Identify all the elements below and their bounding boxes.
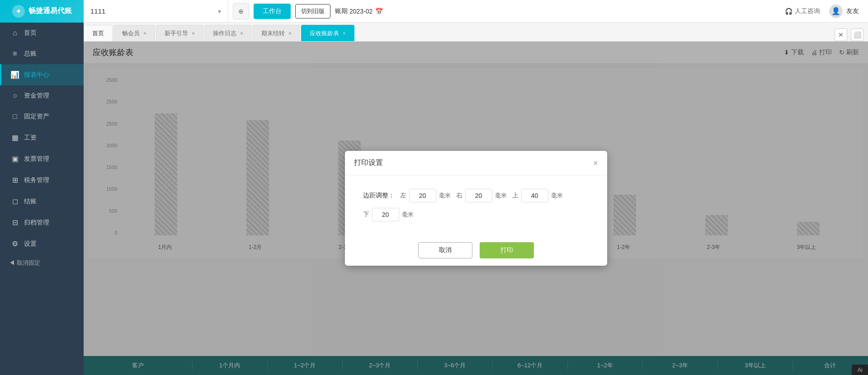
switch-version-button[interactable]: 切到旧版 <box>295 4 330 19</box>
dialog-header: 打印设置 × <box>345 151 607 175</box>
customer-service[interactable]: 🎧 人工咨询 <box>785 7 820 15</box>
customer-service-label: 人工咨询 <box>795 7 820 15</box>
tab-guide-label: 新手引导 <box>165 29 188 38</box>
dialog-overlay: 打印设置 × 边距调整： 左 毫米 右 <box>84 42 868 375</box>
period-label: 账期 <box>335 7 348 15</box>
sidebar-item-settings-label: 设置 <box>24 240 37 248</box>
invoice-icon: ▣ <box>10 155 19 163</box>
bottom-unit: 毫米 <box>402 211 414 219</box>
left-unit: 毫米 <box>439 192 451 200</box>
user-info[interactable]: 👤 友友 <box>829 5 859 18</box>
margin-row: 边距调整： 左 毫米 右 毫米 <box>363 189 589 221</box>
sidebar-item-tax-label: 税务管理 <box>24 176 49 184</box>
sidebar-item-reports-label: 报表中心 <box>24 71 49 79</box>
tab-member[interactable]: 畅会员 × <box>113 25 155 41</box>
tab-ar-aging[interactable]: 应收账龄表 × <box>301 25 354 41</box>
sidebar-item-invoice[interactable]: ▣ 发票管理 <box>0 148 84 169</box>
right-unit: 毫米 <box>495 192 507 200</box>
tab-guide-close[interactable]: × <box>192 30 195 37</box>
sidebar-item-ledger[interactable]: ≡ 总账 <box>0 43 84 64</box>
bottom-margin-input[interactable] <box>372 208 399 221</box>
sidebar-item-archive-label: 归档管理 <box>24 219 49 227</box>
tab-period-end[interactable]: 期末结转 × <box>253 25 300 41</box>
collapse-label: ◀ 取消固定 <box>9 259 40 267</box>
headset-icon: 🎧 <box>785 8 793 15</box>
company-dropdown-icon: ▾ <box>218 8 221 15</box>
page-content: 应收账龄表 ⬇ 下载 🖨 打印 ↻ 刷新 <box>84 42 868 375</box>
payroll-icon: ▦ <box>10 133 19 142</box>
sidebar-item-home[interactable]: ⌂ 首页 <box>0 23 84 43</box>
logo-icon: ✦ <box>12 5 25 18</box>
app-header: ✦ 畅捷通易代账 1111 ▾ ⊕ 工作台 切到旧版 账期 2023-02 📅 … <box>0 0 868 23</box>
left-label: 左 <box>400 192 406 200</box>
tab-oplog-label: 操作日志 <box>213 29 236 38</box>
period-calendar-icon[interactable]: 📅 <box>375 8 383 15</box>
assets-icon: □ <box>10 112 19 121</box>
sidebar-collapse[interactable]: ◀ 取消固定 <box>0 254 84 272</box>
tabs-bar: 首页 畅会员 × 新手引导 × 操作日志 × 期末结转 × 应收账龄表 × <box>84 23 868 42</box>
sidebar-item-tax[interactable]: ⊞ 税务管理 <box>0 169 84 191</box>
tax-icon: ⊞ <box>10 176 19 184</box>
tab-member-close[interactable]: × <box>143 30 146 37</box>
cancel-button[interactable]: 取消 <box>418 242 472 258</box>
tab-member-label: 畅会员 <box>122 29 140 38</box>
tab-period-end-close[interactable]: × <box>288 30 292 37</box>
sidebar-item-payroll[interactable]: ▦ 工资 <box>0 127 84 148</box>
home-icon: ⌂ <box>10 29 19 37</box>
tab-ar-aging-close[interactable]: × <box>343 30 346 37</box>
dialog-close-button[interactable]: × <box>593 159 598 167</box>
period-info: 账期 2023-02 📅 <box>335 7 383 15</box>
print-settings-dialog: 打印设置 × 边距调整： 左 毫米 右 <box>345 151 607 266</box>
sidebar-item-reports[interactable]: 📊 报表中心 <box>0 64 84 85</box>
logo-text: 畅捷通易代账 <box>28 6 72 16</box>
sidebar-item-close[interactable]: ◻ 结账 <box>0 191 84 212</box>
sidebar-item-fund[interactable]: ○ 资金管理 <box>0 85 84 106</box>
margin-right-group: 右 毫米 <box>456 189 507 202</box>
tab-period-end-label: 期末结转 <box>261 29 285 38</box>
header-right: 🎧 人工咨询 👤 友友 <box>785 5 868 18</box>
left-margin-input[interactable] <box>409 189 436 202</box>
top-margin-input[interactable] <box>521 189 548 202</box>
tab-maximize-button[interactable]: ⬜ <box>851 28 863 41</box>
tab-ar-aging-label: 应收账龄表 <box>310 29 339 38</box>
archive-icon: ⊟ <box>10 218 19 227</box>
tab-oplog-close[interactable]: × <box>240 30 243 37</box>
dialog-title: 打印设置 <box>354 158 383 168</box>
top-unit: 毫米 <box>551 192 563 200</box>
tab-oplog[interactable]: 操作日志 × <box>204 25 252 41</box>
sidebar-item-close-label: 结账 <box>24 197 37 206</box>
user-name: 友友 <box>846 7 859 15</box>
company-name: 1111 <box>90 7 214 15</box>
period-value: 2023-02 <box>349 8 373 15</box>
company-selector[interactable]: 1111 ▾ <box>84 0 228 23</box>
sidebar-item-payroll-label: 工资 <box>24 134 37 142</box>
margin-adjust-label: 边距调整： <box>363 192 395 200</box>
reports-icon: 📊 <box>10 70 19 79</box>
dialog-footer: 取消 打印 <box>345 235 607 266</box>
tabs-actions: ✕ ⬜ <box>830 28 868 41</box>
sidebar-item-ledger-label: 总账 <box>24 50 37 58</box>
logo: ✦ 畅捷通易代账 <box>0 0 84 23</box>
sidebar-item-assets[interactable]: □ 固定资产 <box>0 106 84 127</box>
sidebar-item-settings[interactable]: ⚙ 设置 <box>0 233 84 254</box>
avatar: 👤 <box>829 5 843 18</box>
main-layout: ⌂ 首页 ≡ 总账 📊 报表中心 ○ 资金管理 □ 固定资产 ▦ 工资 ▣ 发票… <box>0 23 868 375</box>
sidebar-item-archive[interactable]: ⊟ 归档管理 <box>0 212 84 233</box>
right-margin-input[interactable] <box>465 189 492 202</box>
sidebar: ⌂ 首页 ≡ 总账 📊 报表中心 ○ 资金管理 □ 固定资产 ▦ 工资 ▣ 发票… <box>0 23 84 375</box>
tab-home[interactable]: 首页 <box>84 25 113 41</box>
tab-home-label: 首页 <box>92 29 104 38</box>
bottom-label: 下 <box>363 211 369 219</box>
dialog-body: 边距调整： 左 毫米 右 毫米 <box>345 175 607 235</box>
margin-bottom-group: 下 毫米 <box>363 208 414 221</box>
margin-left-group: 左 毫米 <box>400 189 451 202</box>
content-area: 首页 畅会员 × 新手引导 × 操作日志 × 期末结转 × 应收账龄表 × <box>84 23 868 375</box>
tab-close-all-button[interactable]: ✕ <box>835 28 847 41</box>
sidebar-item-home-label: 首页 <box>24 29 37 37</box>
print-button[interactable]: 打印 <box>480 242 534 258</box>
fund-icon: ○ <box>10 92 19 100</box>
workbench-button[interactable]: 工作台 <box>254 4 291 19</box>
ledger-icon: ≡ <box>10 50 19 58</box>
copy-button[interactable]: ⊕ <box>233 3 249 19</box>
tab-guide[interactable]: 新手引导 × <box>156 25 203 41</box>
